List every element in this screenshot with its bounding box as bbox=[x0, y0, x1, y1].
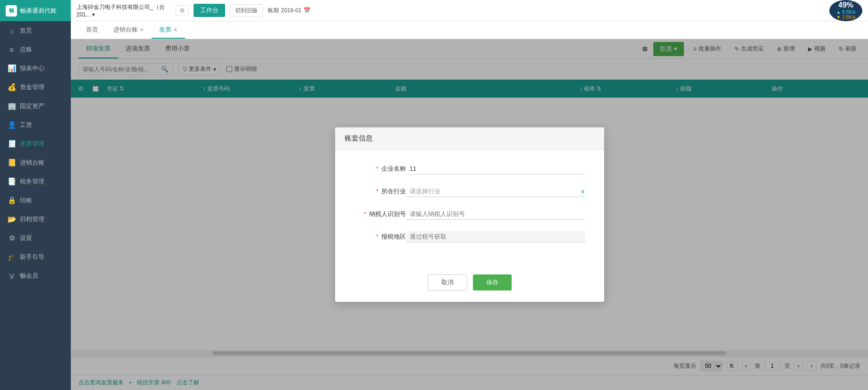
industry-select[interactable]: 请选择行业 bbox=[406, 186, 581, 197]
sidebar-item-member[interactable]: V 畅会员 bbox=[0, 266, 71, 285]
sidebar-item-label: 工资 bbox=[20, 121, 32, 129]
sidebar-item-finance[interactable]: 💰 资金管理 bbox=[0, 78, 71, 97]
workbench-btn[interactable]: 工作台 bbox=[194, 4, 225, 17]
speed-indicator: 49% ▲ 8.5K/s ▼ 2.6K/s bbox=[829, 0, 862, 21]
dialog-account-info: 账套信息 * 企业名称 * 所在行业 bbox=[335, 127, 604, 302]
label-industry: * 所在行业 bbox=[354, 187, 406, 196]
content-area: 销项发票 进项发票 费用小票 ⊞ 取票 ▾ ≡ 批量操作 ✎ bbox=[71, 39, 868, 390]
close-books-icon: 🔒 bbox=[8, 196, 16, 205]
sidebar-item-invoice[interactable]: 🧾 发票管理 bbox=[0, 134, 71, 153]
input-company-name[interactable] bbox=[406, 163, 585, 174]
chevron-down-icon: ∨ bbox=[581, 188, 585, 195]
sidebar-item-label: 资金管理 bbox=[20, 83, 44, 91]
invoice-icon: 🧾 bbox=[8, 140, 16, 148]
label-company: * 企业名称 bbox=[354, 165, 406, 173]
sidebar-item-payroll[interactable]: 👤 工资 bbox=[0, 116, 71, 134]
close-tab-sales[interactable]: ✕ bbox=[140, 27, 144, 33]
save-btn[interactable]: 保存 bbox=[473, 274, 512, 290]
assets-icon: 🏢 bbox=[8, 102, 16, 110]
form-row-company: * 企业名称 bbox=[354, 163, 585, 174]
label-tax-id: * 纳税人识别号 bbox=[354, 210, 406, 218]
close-tab-invoice[interactable]: ✕ bbox=[173, 27, 177, 33]
company-selector[interactable]: 上海卯金刀电子科技有限公司_（台201... ▾ bbox=[76, 3, 171, 18]
main-content: 上海卯金刀电子科技有限公司_（台201... ▾ ⊙ 工作台 切到旧版 账期 2… bbox=[71, 0, 868, 390]
dialog-title: 账套信息 bbox=[335, 127, 604, 150]
ledger-icon: ≡ bbox=[8, 46, 16, 54]
tab-bar: 首页 进销台账 ✕ 发票 ✕ bbox=[71, 21, 868, 39]
sidebar: 畅 畅康通易代账 ⌂ 首页 ≡ 总账 📊 报表中心 💰 资金管理 🏢 固定资产 … bbox=[0, 0, 71, 390]
cancel-btn[interactable]: 取消 bbox=[428, 274, 467, 290]
sidebar-item-label: 畅会员 bbox=[20, 272, 38, 280]
sales-icon: 📒 bbox=[8, 158, 16, 167]
top-header: 上海卯金刀电子科技有限公司_（台201... ▾ ⊙ 工作台 切到旧版 账期 2… bbox=[71, 0, 868, 21]
sidebar-item-label: 设置 bbox=[20, 234, 32, 242]
app-logo: 畅 畅康通易代账 bbox=[0, 0, 71, 21]
sidebar-item-reports[interactable]: 📊 报表中心 bbox=[0, 59, 71, 78]
input-tax-id[interactable] bbox=[406, 208, 585, 220]
archive-icon: 📂 bbox=[8, 215, 16, 224]
old-version-btn[interactable]: 切到旧版 bbox=[230, 4, 263, 17]
sidebar-item-label: 结账 bbox=[20, 196, 32, 205]
sidebar-item-label: 发票管理 bbox=[20, 140, 44, 148]
member-icon: V bbox=[8, 272, 16, 280]
sidebar-item-label: 首页 bbox=[20, 26, 32, 35]
company-name: 上海卯金刀电子科技有限公司_（台201... ▾ bbox=[76, 3, 171, 18]
sidebar-item-home[interactable]: ⌂ 首页 bbox=[0, 21, 71, 40]
sidebar-item-guide[interactable]: 🎓 新手引导 bbox=[0, 248, 71, 266]
industry-select-wrapper[interactable]: 请选择行业 ∨ bbox=[406, 186, 585, 197]
tab-invoice[interactable]: 发票 ✕ bbox=[152, 22, 185, 39]
dialog-footer: 取消 保存 bbox=[335, 267, 604, 302]
payroll-icon: 👤 bbox=[8, 121, 16, 129]
logo-icon: 畅 bbox=[6, 5, 17, 17]
reports-icon: 📊 bbox=[8, 64, 16, 73]
sidebar-item-sales[interactable]: 📒 进销台账 bbox=[0, 153, 71, 172]
sidebar-item-label: 总账 bbox=[20, 45, 32, 54]
sidebar-item-label: 税务管理 bbox=[20, 177, 44, 186]
tab-sales-ledger[interactable]: 进销台账 ✕ bbox=[106, 22, 152, 39]
dialog-body: * 企业名称 * 所在行业 请选择行业 bbox=[335, 150, 604, 267]
copy-btn[interactable]: ⊙ bbox=[176, 5, 189, 16]
app-name: 畅康通易代账 bbox=[20, 7, 57, 15]
period-info: 账期 2016-01 📅 bbox=[268, 7, 311, 15]
input-tax-region bbox=[406, 231, 585, 242]
home-icon: ⌂ bbox=[8, 27, 16, 35]
modal-overlay: 账套信息 * 企业名称 * 所在行业 bbox=[71, 39, 868, 390]
form-row-tax-id: * 纳税人识别号 bbox=[354, 208, 585, 220]
guide-icon: 🎓 bbox=[8, 253, 16, 261]
calendar-icon[interactable]: 📅 bbox=[303, 7, 311, 14]
sidebar-item-tax[interactable]: 📑 税务管理 bbox=[0, 172, 71, 191]
form-row-industry: * 所在行业 请选择行业 ∨ bbox=[354, 186, 585, 197]
sidebar-item-label: 归档管理 bbox=[20, 215, 44, 224]
finance-icon: 💰 bbox=[8, 83, 16, 91]
tax-icon: 📑 bbox=[8, 177, 16, 186]
sidebar-item-label: 报表中心 bbox=[20, 64, 44, 73]
sidebar-item-ledger[interactable]: ≡ 总账 bbox=[0, 40, 71, 59]
sidebar-item-assets[interactable]: 🏢 固定资产 bbox=[0, 97, 71, 116]
sidebar-item-settings[interactable]: ⚙ 设置 bbox=[0, 229, 71, 248]
tab-home[interactable]: 首页 bbox=[78, 22, 106, 39]
sidebar-item-close[interactable]: 🔒 结账 bbox=[0, 191, 71, 210]
header-right: 49% ▲ 8.5K/s ▼ 2.6K/s bbox=[829, 0, 862, 21]
sidebar-item-label: 进销台账 bbox=[20, 158, 44, 167]
sidebar-item-label: 固定资产 bbox=[20, 102, 44, 110]
settings-icon: ⚙ bbox=[8, 234, 16, 242]
label-tax-region: * 报税地区 bbox=[354, 232, 406, 241]
sidebar-item-label: 新手引导 bbox=[20, 253, 44, 261]
sidebar-item-archive[interactable]: 📂 归档管理 bbox=[0, 210, 71, 229]
form-row-tax-region: * 报税地区 bbox=[354, 231, 585, 242]
